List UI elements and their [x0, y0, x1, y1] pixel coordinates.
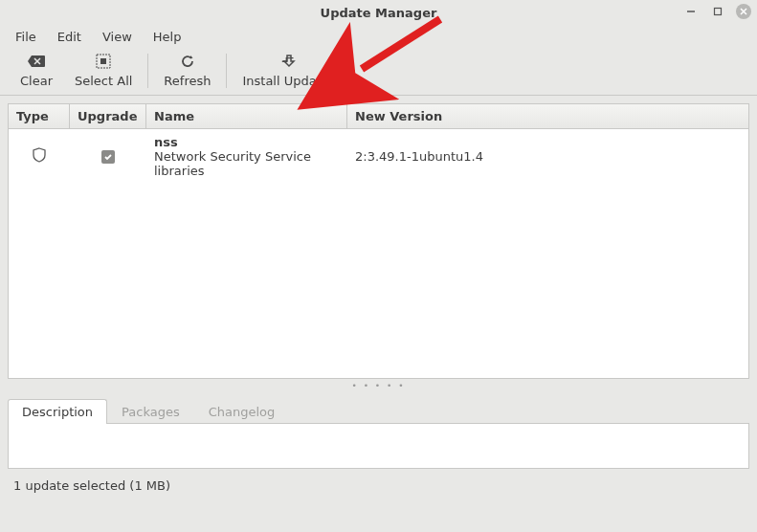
- menu-edit[interactable]: Edit: [48, 27, 91, 47]
- clear-button[interactable]: Clear: [8, 51, 65, 90]
- pane-resize-handle[interactable]: • • • • •: [8, 379, 749, 392]
- menu-help[interactable]: Help: [144, 27, 191, 47]
- toolbar-label: Install Updates: [242, 74, 335, 88]
- menu-file[interactable]: File: [6, 27, 46, 47]
- tab-description[interactable]: Description: [8, 399, 107, 424]
- window-title: Update Manager: [321, 6, 437, 20]
- toolbar-label: Refresh: [164, 74, 211, 88]
- refresh-button[interactable]: Refresh: [154, 51, 220, 90]
- minimize-button[interactable]: [682, 3, 700, 20]
- shield-icon: [33, 147, 46, 166]
- table-row[interactable]: nss Network Security Service libraries 2…: [9, 129, 748, 184]
- updates-table: Type Upgrade Name New Version nss: [8, 103, 749, 379]
- upgrade-checkbox[interactable]: [101, 150, 115, 164]
- toolbar-label: Clear: [20, 74, 53, 88]
- table-header: Type Upgrade Name New Version: [9, 104, 748, 129]
- status-bar: 1 update selected (1 MB): [0, 469, 757, 502]
- tab-strip: Description Packages Changelog: [8, 398, 749, 423]
- titlebar: Update Manager: [0, 0, 757, 25]
- column-header-new-version[interactable]: New Version: [347, 104, 748, 128]
- toolbar-separator: [147, 54, 148, 88]
- close-button[interactable]: [736, 4, 751, 19]
- cell-name: nss Network Security Service libraries: [146, 135, 347, 178]
- toolbar-label: Select All: [75, 74, 132, 88]
- cell-upgrade[interactable]: [70, 150, 146, 164]
- package-description: Network Security Service libraries: [154, 149, 340, 178]
- content-area: Type Upgrade Name New Version nss: [0, 96, 757, 392]
- svg-rect-1: [715, 9, 722, 15]
- table-body: nss Network Security Service libraries 2…: [9, 129, 748, 184]
- toolbar: Clear Select All Refresh Install Updates: [0, 48, 757, 96]
- backspace-icon: [27, 53, 46, 70]
- tab-changelog[interactable]: Changelog: [194, 399, 290, 424]
- package-name: nss: [154, 135, 340, 149]
- tab-content: [8, 423, 749, 469]
- select-all-button[interactable]: Select All: [65, 51, 142, 90]
- select-all-icon: [96, 53, 111, 70]
- refresh-icon: [180, 53, 195, 70]
- menubar: File Edit View Help: [0, 25, 757, 48]
- menu-view[interactable]: View: [93, 27, 142, 47]
- details-tabs: Description Packages Changelog: [8, 398, 749, 469]
- cell-type: [9, 147, 70, 166]
- window-controls: [682, 3, 751, 20]
- column-header-name[interactable]: Name: [146, 104, 347, 128]
- install-icon: [280, 53, 298, 70]
- column-header-upgrade[interactable]: Upgrade: [70, 104, 146, 128]
- column-header-type[interactable]: Type: [9, 104, 70, 128]
- install-updates-button[interactable]: Install Updates: [233, 51, 345, 90]
- tab-packages[interactable]: Packages: [107, 399, 194, 424]
- status-text: 1 update selected (1 MB): [13, 478, 170, 493]
- toolbar-separator: [226, 54, 227, 88]
- svg-rect-7: [100, 58, 106, 64]
- cell-new-version: 2:3.49.1-1ubuntu1.4: [347, 149, 748, 164]
- maximize-button[interactable]: [709, 3, 726, 20]
